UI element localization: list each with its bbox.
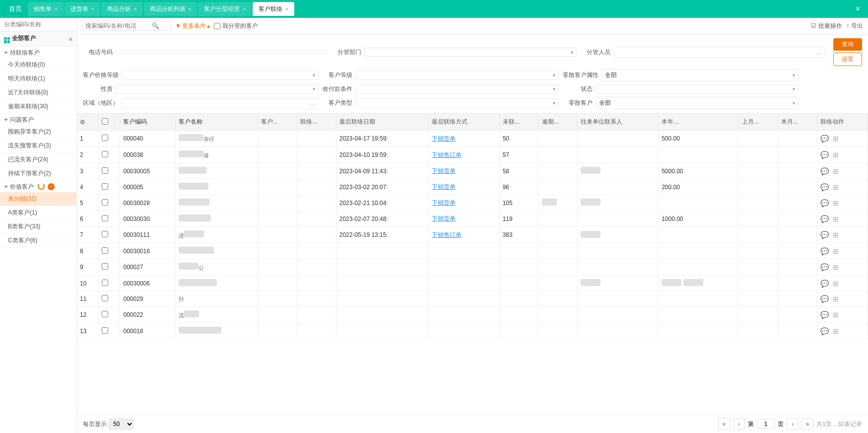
tab-customer-tier[interactable]: 客户分层经营 × — [198, 2, 252, 16]
sidebar-group-pending[interactable]: 待联络客户 — [0, 47, 76, 58]
tab-product-analysis[interactable]: 商品分析 × — [101, 2, 143, 16]
all-customers-item[interactable]: 全部客户 « — [0, 31, 76, 47]
grid-action-icon[interactable]: ⊞ — [833, 263, 839, 271]
sidebar-item-tomorrow-pending[interactable]: 明天待联络(1) — [0, 72, 76, 86]
close-product-analysis-icon[interactable]: × — [134, 6, 137, 12]
page-number-input[interactable] — [757, 419, 775, 429]
chat-action-icon[interactable]: 💬 — [820, 167, 829, 175]
sidebar-collapse-icon[interactable]: « — [68, 35, 72, 43]
grid-action-icon[interactable]: ⊞ — [833, 231, 839, 239]
row-select-checkbox[interactable] — [102, 215, 108, 221]
filter-status-select[interactable]: ▾ — [596, 84, 799, 94]
tab-product-analysis-list[interactable]: 商品分析列表 × — [144, 2, 198, 16]
chat-action-icon[interactable]: 💬 — [820, 295, 829, 303]
filter-phone-input[interactable] — [116, 50, 328, 54]
chat-action-icon[interactable]: 💬 — [820, 263, 829, 271]
sidebar-item-churn-warning[interactable]: 流失预警客户(3) — [0, 139, 76, 153]
row-select-checkbox[interactable] — [102, 263, 108, 270]
sidebar-item-class-c[interactable]: C类客户(6) — [0, 234, 76, 248]
sidebar-item-today-pending[interactable]: 今天待联络(0) — [0, 58, 76, 72]
filter-customer-level-select[interactable]: ▾ — [355, 71, 558, 80]
prev-page-button[interactable]: ‹ — [733, 418, 745, 430]
filter-department-select[interactable]: ▾ — [364, 48, 576, 57]
last-page-button[interactable]: » — [801, 418, 813, 430]
row-select-checkbox[interactable] — [102, 247, 108, 254]
grid-action-icon[interactable]: ⊞ — [833, 295, 839, 303]
sidebar-item-churned[interactable]: 已流失客户(24) — [0, 153, 76, 167]
chat-action-icon[interactable]: 💬 — [820, 231, 829, 239]
grid-action-icon[interactable]: ⊞ — [833, 199, 839, 207]
close-customer-tier-icon[interactable]: × — [243, 6, 246, 12]
grid-action-icon[interactable]: ⊞ — [833, 280, 839, 288]
close-purchase-order-icon[interactable]: × — [91, 6, 94, 12]
chat-action-icon[interactable]: 💬 — [820, 280, 829, 288]
col-customer-code[interactable]: 客户编码 — [120, 114, 175, 131]
sidebar-item-ungrouped[interactable]: 未分组(32) — [0, 192, 76, 206]
filter-payment-select[interactable]: ▾ — [355, 84, 558, 94]
grid-action-icon[interactable]: ⊞ — [833, 247, 839, 255]
last-method-link[interactable]: 下销货单 — [432, 215, 456, 222]
last-method-link[interactable]: 下销售订单 — [432, 151, 462, 158]
row-select-checkbox[interactable] — [102, 295, 108, 301]
grid-action-icon[interactable]: ⊞ — [833, 215, 839, 223]
sidebar-item-7days-pending[interactable]: 近7天待联络(0) — [0, 86, 76, 100]
sidebar-item-abnormal[interactable]: 囤购异常客户(2) — [0, 125, 76, 139]
grid-action-icon[interactable]: ⊞ — [833, 167, 839, 175]
chat-action-icon[interactable]: 💬 — [820, 151, 829, 159]
reset-button[interactable]: 设置 — [833, 53, 862, 66]
last-method-link[interactable]: 下销售订单 — [432, 231, 462, 238]
tab-sales-order[interactable]: 销售单 × — [28, 2, 64, 16]
sidebar-item-class-a[interactable]: A类客户(1) — [0, 206, 76, 220]
home-tab[interactable]: 首页 — [4, 4, 27, 13]
filter-person-select[interactable]: … — [613, 47, 825, 58]
row-select-checkbox[interactable] — [102, 135, 108, 141]
close-product-analysis-list-icon[interactable]: × — [189, 6, 192, 12]
grid-action-icon[interactable]: ⊞ — [833, 151, 839, 159]
row-select-checkbox[interactable] — [102, 199, 108, 206]
row-select-checkbox[interactable] — [102, 167, 108, 174]
col-settings[interactable]: ⚙ — [77, 114, 98, 131]
last-method-link[interactable]: 下销货单 — [432, 167, 456, 174]
close-sales-order-icon[interactable]: × — [55, 6, 58, 12]
select-all-checkbox[interactable] — [102, 118, 108, 125]
chat-action-icon[interactable]: 💬 — [820, 135, 829, 143]
grid-action-icon[interactable]: ⊞ — [833, 135, 839, 143]
first-page-button[interactable]: « — [718, 418, 730, 430]
query-button[interactable]: 查询 — [833, 38, 862, 51]
last-method-link[interactable]: 下销货单 — [432, 135, 456, 142]
row-select-checkbox[interactable] — [102, 280, 108, 286]
filter-retail-attr-select[interactable]: 全部▾ — [601, 69, 799, 81]
filter-price-level-select[interactable]: ▾ — [122, 71, 319, 80]
row-select-checkbox[interactable] — [102, 183, 108, 190]
my-customers-checkbox[interactable] — [214, 23, 220, 29]
row-select-checkbox[interactable] — [102, 327, 108, 334]
per-page-select[interactable]: 50 100 200 — [109, 419, 134, 430]
sidebar-search-input[interactable] — [4, 21, 77, 28]
more-conditions-button[interactable]: ▼ 更多条件 ▴ — [175, 22, 210, 30]
window-close-icon[interactable]: × — [852, 4, 864, 13]
row-select-checkbox[interactable] — [102, 311, 108, 317]
row-select-checkbox[interactable] — [102, 151, 108, 157]
tab-customer-contact[interactable]: 客户联络 × — [253, 2, 294, 16]
grid-action-icon[interactable]: ⊞ — [833, 311, 839, 319]
sidebar-group-value[interactable]: 价值客户 ! — [0, 181, 76, 192]
sidebar-group-problem[interactable]: 问题客户 — [0, 114, 76, 125]
chat-action-icon[interactable]: 💬 — [820, 311, 829, 319]
grid-action-icon[interactable]: ⊞ — [833, 183, 839, 191]
chat-action-icon[interactable]: 💬 — [820, 215, 829, 223]
filter-region-select[interactable]: … — [122, 98, 319, 109]
next-page-button[interactable]: › — [787, 418, 799, 430]
search-input[interactable] — [85, 22, 150, 29]
last-method-link[interactable]: 下销货单 — [432, 183, 456, 190]
sidebar-item-overdue-pending[interactable]: 逾期未联络(30) — [0, 100, 76, 114]
chat-action-icon[interactable]: 💬 — [820, 327, 829, 335]
grid-action-icon[interactable]: ⊞ — [833, 327, 839, 335]
row-select-checkbox[interactable] — [102, 231, 108, 237]
last-method-link[interactable]: 下销货单 — [432, 199, 456, 206]
chat-action-icon[interactable]: 💬 — [820, 183, 829, 191]
sidebar-item-declining[interactable]: 持续下滑客户(2) — [0, 167, 76, 181]
filter-retail-customer-select[interactable]: 全部▾ — [596, 97, 799, 109]
chat-action-icon[interactable]: 💬 — [820, 247, 829, 255]
close-customer-contact-icon[interactable]: × — [285, 6, 288, 12]
chat-action-icon[interactable]: 💬 — [820, 199, 829, 207]
